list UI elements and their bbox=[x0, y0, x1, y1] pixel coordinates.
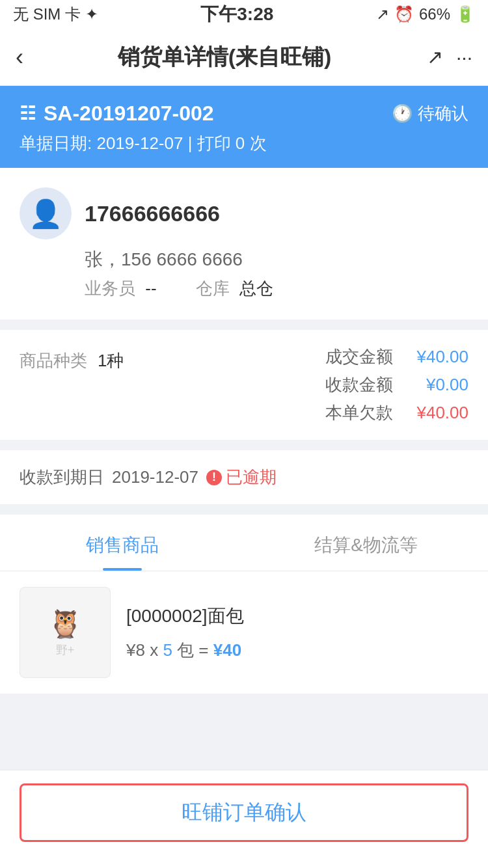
type-value: 1种 bbox=[98, 349, 124, 372]
tabs-section: 销售商品 结算&物流等 🦉 野+ [0000002]面包 ¥8 x 5 包 = bbox=[0, 515, 488, 694]
bottom-area: 旺铺订单确认 bbox=[0, 770, 488, 868]
received-label: 收款金额 bbox=[325, 373, 393, 396]
customer-section: 👤 17666666666 张，156 6666 6666 业务员 -- 仓库 … bbox=[0, 168, 488, 319]
warehouse-meta: 仓库 总仓 bbox=[196, 277, 273, 300]
confirm-order-button[interactable]: 旺铺订单确认 bbox=[20, 783, 468, 842]
due-label: 收款到期日 bbox=[20, 466, 104, 489]
product-owl-icon: 🦉 bbox=[48, 608, 82, 640]
back-button[interactable]: ‹ bbox=[16, 44, 55, 71]
received-value: ¥0.00 bbox=[403, 375, 468, 395]
summary-left: 商品种类 1种 bbox=[20, 346, 124, 372]
status-bar: 无 SIM 卡 ✦ 下午3:28 ↗ ⏰ 66% 🔋 bbox=[0, 0, 488, 29]
share-icon[interactable]: ↗ bbox=[427, 46, 443, 68]
overdue-icon: ! bbox=[206, 470, 222, 485]
amount-row: 成交金额 ¥40.00 bbox=[325, 346, 468, 368]
order-header-top: ☷ SA-20191207-002 🕐 待确认 bbox=[20, 102, 468, 126]
order-status: 🕐 待确认 bbox=[392, 102, 468, 125]
customer-meta: 业务员 -- 仓库 总仓 bbox=[85, 277, 468, 300]
customer-row: 👤 17666666666 bbox=[20, 187, 468, 239]
product-info: [0000002]面包 ¥8 x 5 包 = ¥40 bbox=[126, 604, 468, 662]
order-header: ☷ SA-20191207-002 🕐 待确认 单据日期: 2019-12-07… bbox=[0, 86, 488, 168]
product-image: 🦉 野+ bbox=[20, 587, 111, 678]
sim-status: 无 SIM 卡 ✦ bbox=[13, 4, 98, 25]
overdue-badge: ! 已逾期 bbox=[206, 466, 277, 489]
product-name: [0000002]面包 bbox=[126, 604, 468, 629]
status-text: 待确认 bbox=[418, 102, 468, 125]
warehouse-label: 仓库 bbox=[196, 278, 230, 298]
type-label: 商品种类 bbox=[20, 349, 87, 372]
more-icon[interactable]: ··· bbox=[456, 46, 472, 68]
status-right: ↗ ⏰ 66% 🔋 bbox=[376, 5, 475, 23]
avatar-icon: 👤 bbox=[29, 198, 62, 230]
amount-value: ¥40.00 bbox=[403, 347, 468, 367]
order-icon: ☷ bbox=[20, 103, 36, 124]
product-qty: 5 bbox=[163, 640, 172, 660]
summary-right: 成交金额 ¥40.00 收款金额 ¥0.00 本单欠款 ¥40.00 bbox=[325, 346, 468, 424]
order-date: 单据日期: 2019-12-07 | 打印 0 次 bbox=[20, 132, 468, 155]
due-section: 收款到期日 2019-12-07 ! 已逾期 bbox=[0, 450, 488, 504]
amount-label: 成交金额 bbox=[325, 346, 393, 368]
page-title: 销货单详情(来自旺铺) bbox=[55, 42, 394, 72]
battery-icon: 🔋 bbox=[455, 5, 475, 23]
location-icon: ↗ bbox=[376, 5, 389, 23]
sales-label: 业务员 bbox=[85, 278, 135, 298]
product-multiply: x bbox=[150, 640, 163, 660]
product-item: 🦉 野+ [0000002]面包 ¥8 x 5 包 = ¥40 bbox=[20, 587, 468, 678]
product-unit: 包 bbox=[177, 640, 194, 660]
product-equals: = bbox=[198, 640, 213, 660]
order-id-text: SA-20191207-002 bbox=[44, 102, 214, 126]
customer-phone: 17666666666 bbox=[85, 201, 220, 226]
sales-value: -- bbox=[145, 278, 156, 298]
battery-level: 66% bbox=[419, 5, 450, 23]
order-id: ☷ SA-20191207-002 bbox=[20, 102, 214, 126]
product-image-inner: 🦉 野+ bbox=[48, 608, 82, 658]
status-left: 无 SIM 卡 ✦ bbox=[13, 4, 98, 25]
product-total: ¥40 bbox=[213, 640, 241, 660]
product-section: 🦉 野+ [0000002]面包 ¥8 x 5 包 = ¥40 bbox=[0, 571, 488, 694]
owed-value: ¥40.00 bbox=[403, 403, 468, 423]
tabs-header: 销售商品 结算&物流等 bbox=[0, 515, 488, 571]
customer-name: 张，156 6666 6666 bbox=[85, 247, 468, 272]
sales-meta: 业务员 -- bbox=[85, 277, 157, 300]
owed-label: 本单欠款 bbox=[325, 401, 393, 424]
tab-settlement[interactable]: 结算&物流等 bbox=[244, 515, 488, 571]
tab-sales-products[interactable]: 销售商品 bbox=[0, 515, 244, 571]
owed-row: 本单欠款 ¥40.00 bbox=[325, 401, 468, 424]
received-row: 收款金额 ¥0.00 bbox=[325, 373, 468, 396]
product-brand: 野+ bbox=[56, 642, 75, 658]
nav-bar: ‹ 销货单详情(来自旺铺) ↗ ··· bbox=[0, 29, 488, 86]
warehouse-value: 总仓 bbox=[239, 278, 273, 298]
clock-icon: 🕐 bbox=[392, 103, 413, 124]
product-price-row: ¥8 x 5 包 = ¥40 bbox=[126, 639, 468, 662]
summary-section: 商品种类 1种 成交金额 ¥40.00 收款金额 ¥0.00 本单欠款 ¥40.… bbox=[0, 330, 488, 440]
avatar: 👤 bbox=[20, 187, 72, 239]
product-price: ¥8 bbox=[126, 640, 145, 660]
status-time: 下午3:28 bbox=[200, 2, 273, 27]
overdue-text: 已逾期 bbox=[226, 466, 277, 489]
nav-actions: ↗ ··· bbox=[394, 46, 472, 68]
alarm-icon: ⏰ bbox=[394, 5, 414, 23]
due-date: 2019-12-07 bbox=[112, 467, 198, 487]
